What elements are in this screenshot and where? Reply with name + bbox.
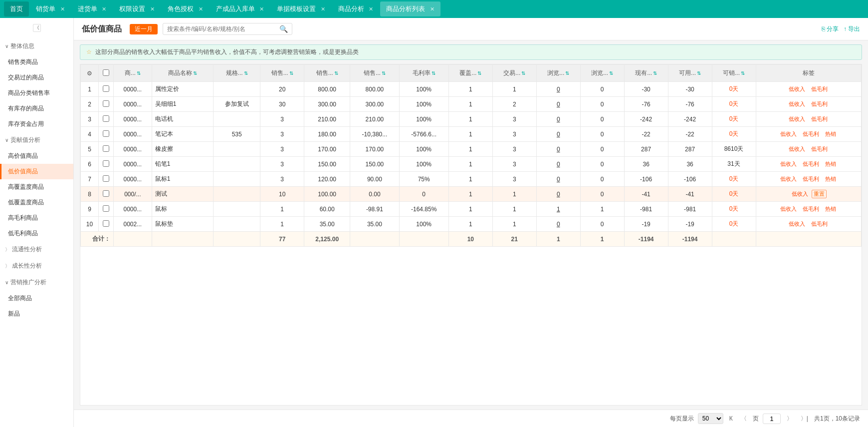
row-checkbox-cell[interactable]: [99, 202, 114, 217]
row-checkbox[interactable]: [103, 205, 109, 212]
sidebar-group-growth[interactable]: 〉 成长性分析: [0, 258, 73, 274]
tag-label[interactable]: 重置: [812, 190, 827, 198]
sidebar-item-low-value[interactable]: 低价值商品: [0, 164, 73, 179]
row-checkbox[interactable]: [103, 130, 109, 137]
sidebar-group-overview[interactable]: ∨ 整体信息: [0, 38, 73, 54]
col-sales-price[interactable]: 销售...⇅: [350, 65, 399, 82]
page-input[interactable]: [763, 414, 781, 424]
row-checkbox-cell[interactable]: [99, 127, 114, 142]
next-page-btn[interactable]: 〉: [785, 414, 795, 424]
row-checkbox-cell[interactable]: [99, 112, 114, 127]
sidebar-item-high-coverage[interactable]: 高覆盖度商品: [0, 179, 73, 195]
sidebar-item-stock-capital[interactable]: 库存资金占用: [0, 116, 73, 132]
row-view1[interactable]: 0: [536, 157, 580, 172]
view1-link[interactable]: 0: [557, 146, 560, 153]
sidebar-item-all-products[interactable]: 全部商品: [0, 291, 73, 306]
sidebar-item-stock-products[interactable]: 有库存的商品: [0, 101, 73, 116]
col-trade[interactable]: 交易...⇅: [492, 65, 536, 82]
export-btn[interactable]: ↑ 导出: [844, 25, 860, 33]
select-all-checkbox[interactable]: [103, 69, 109, 76]
row-view1[interactable]: 1: [536, 202, 580, 217]
col-name[interactable]: 商品名称⇅: [152, 65, 213, 82]
row-checkbox-cell[interactable]: [99, 82, 114, 97]
sidebar-item-category-rate[interactable]: 商品分类销售率: [0, 85, 73, 101]
nav-analysis-list[interactable]: 商品分析列表 ✕: [380, 1, 440, 16]
sidebar-item-sales-products[interactable]: 销售类商品: [0, 54, 73, 70]
close-roleauth-icon[interactable]: ✕: [199, 6, 203, 12]
row-checkbox-cell[interactable]: [99, 172, 114, 187]
row-checkbox-cell[interactable]: [99, 217, 114, 232]
sidebar-item-traded-products[interactable]: 交易过的商品: [0, 70, 73, 85]
nav-analysis[interactable]: 商品分析 ✕: [332, 1, 380, 16]
row-view1[interactable]: 0: [536, 127, 580, 142]
row-view1[interactable]: 0: [536, 97, 580, 112]
nav-salesorder[interactable]: 销货单 ✕: [30, 1, 71, 16]
col-stock1[interactable]: 现有...⇅: [624, 65, 668, 82]
col-stock2[interactable]: 可用...⇅: [668, 65, 712, 82]
row-view1[interactable]: 0: [536, 217, 580, 232]
col-settings[interactable]: ⚙: [81, 65, 99, 82]
sidebar-group-marketing[interactable]: ∨ 营销推广分析: [0, 274, 73, 291]
view1-link[interactable]: 0: [557, 131, 560, 138]
per-page-select[interactable]: 50 100: [698, 413, 723, 424]
col-gross-rate[interactable]: 毛利率⇅: [399, 65, 448, 82]
row-checkbox-cell[interactable]: [99, 157, 114, 172]
view1-link[interactable]: 0: [557, 101, 560, 108]
share-btn[interactable]: ⎘ 分享: [822, 25, 839, 33]
prev-page-btn[interactable]: 〈: [739, 414, 749, 424]
first-page-btn[interactable]: К: [727, 414, 735, 423]
col-view1[interactable]: 浏览...⇅: [536, 65, 580, 82]
nav-home[interactable]: 首页: [4, 1, 29, 16]
view1-link[interactable]: 0: [557, 221, 560, 228]
col-cover[interactable]: 覆盖...⇅: [448, 65, 492, 82]
col-spec[interactable]: 规格...⇅: [214, 65, 260, 82]
close-analysis-list-icon[interactable]: ✕: [430, 6, 434, 12]
row-checkbox-cell[interactable]: [99, 97, 114, 112]
row-checkbox[interactable]: [103, 190, 109, 197]
sidebar-group-circulation[interactable]: 〉 流通性分析: [0, 241, 73, 258]
close-template-icon[interactable]: ✕: [321, 6, 325, 12]
row-view1[interactable]: 0: [536, 112, 580, 127]
nav-permissions[interactable]: 权限设置 ✕: [113, 1, 161, 16]
sidebar-item-new-products[interactable]: 新品: [0, 306, 73, 322]
col-sales-qty[interactable]: 销售...⇅: [260, 65, 304, 82]
row-checkbox[interactable]: [103, 145, 109, 152]
col-sellable[interactable]: 可销...⇅: [712, 65, 756, 82]
row-checkbox[interactable]: [103, 100, 109, 107]
row-checkbox[interactable]: [103, 160, 109, 167]
row-checkbox-cell[interactable]: [99, 142, 114, 157]
col-view2[interactable]: 浏览...⇅: [580, 65, 624, 82]
close-production-icon[interactable]: ✕: [259, 6, 264, 12]
row-view1[interactable]: 0: [536, 82, 580, 97]
search-input[interactable]: [167, 25, 279, 32]
col-checkbox[interactable]: [99, 65, 114, 82]
nav-template[interactable]: 单据模板设置 ✕: [271, 1, 331, 16]
collapse-sidebar-btn[interactable]: 《: [33, 24, 41, 32]
row-checkbox[interactable]: [103, 115, 109, 122]
view1-link[interactable]: 0: [557, 161, 560, 168]
close-salesorder-icon[interactable]: ✕: [60, 6, 65, 12]
view1-link[interactable]: 0: [557, 86, 560, 93]
period-tag-btn[interactable]: 近一月: [130, 24, 158, 34]
close-purchaseorder-icon[interactable]: ✕: [102, 6, 106, 12]
sidebar-item-low-margin[interactable]: 低毛利商品: [0, 226, 73, 241]
nav-purchaseorder[interactable]: 进货单 ✕: [72, 1, 113, 16]
view1-link[interactable]: 0: [557, 191, 560, 198]
row-checkbox[interactable]: [103, 85, 109, 92]
view1-link[interactable]: 0: [557, 176, 560, 183]
search-icon[interactable]: 🔍: [279, 25, 288, 33]
row-view1[interactable]: 0: [536, 187, 580, 202]
view1-link[interactable]: 1: [557, 206, 560, 213]
col-sales-amt[interactable]: 销售...⇅: [304, 65, 350, 82]
sidebar-item-high-value[interactable]: 高价值商品: [0, 148, 73, 164]
row-checkbox[interactable]: [103, 175, 109, 182]
sidebar-item-high-margin[interactable]: 高毛利商品: [0, 210, 73, 226]
col-code[interactable]: 商...⇅: [114, 65, 152, 82]
row-checkbox[interactable]: [103, 220, 109, 227]
nav-production[interactable]: 产成品入库单 ✕: [210, 1, 270, 16]
close-permissions-icon[interactable]: ✕: [150, 6, 155, 12]
row-view1[interactable]: 0: [536, 172, 580, 187]
row-checkbox-cell[interactable]: [99, 187, 114, 202]
view1-link[interactable]: 0: [557, 116, 560, 123]
last-page-btn[interactable]: 〉|: [799, 414, 810, 424]
